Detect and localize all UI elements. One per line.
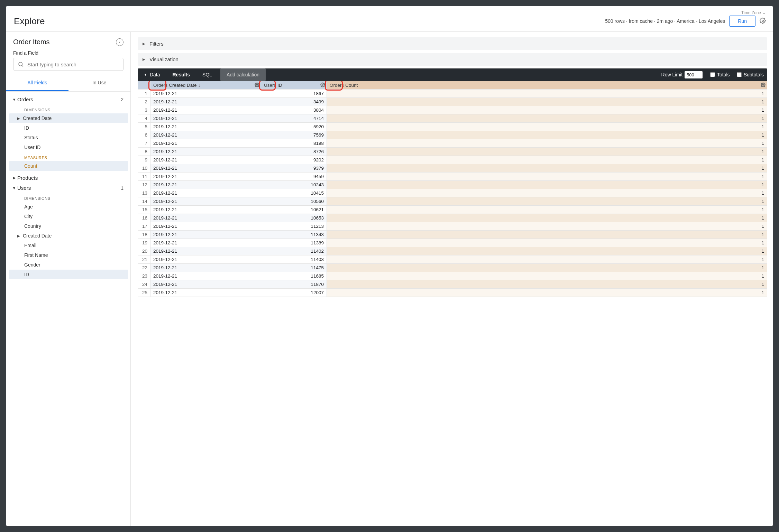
cell[interactable]: 11343 [261, 231, 327, 239]
cell[interactable]: 1 [327, 231, 767, 239]
cell[interactable]: 10560 [261, 197, 327, 206]
field-item[interactable]: Status [9, 133, 128, 142]
cell[interactable]: 1 [327, 272, 767, 280]
cell[interactable]: 7569 [261, 131, 327, 139]
field-item[interactable]: Email [9, 241, 128, 250]
row-limit-input[interactable] [685, 71, 703, 78]
filters-panel[interactable]: ▶ Filters [138, 37, 767, 50]
cell[interactable]: 2019-12-21 [150, 222, 261, 231]
cell[interactable]: 1 [327, 239, 767, 247]
cell[interactable]: 4714 [261, 114, 327, 123]
gear-icon[interactable] [255, 82, 259, 88]
cell[interactable]: 1 [327, 139, 767, 148]
field-item[interactable]: User ID [9, 142, 128, 152]
cell[interactable]: 1 [327, 206, 767, 214]
cell[interactable]: 2019-12-21 [150, 247, 261, 255]
visualization-panel[interactable]: ▶ Visualization [138, 53, 767, 66]
add-calculation-button[interactable]: Add calculation [220, 68, 266, 81]
cell[interactable]: 2019-12-21 [150, 255, 261, 264]
cell[interactable]: 1 [327, 247, 767, 255]
cell[interactable]: 8198 [261, 139, 327, 148]
cell[interactable]: 2019-12-21 [150, 289, 261, 297]
view-orders[interactable]: ▼Orders2 [9, 94, 128, 104]
collapse-sidebar-icon[interactable]: ‹ [116, 38, 123, 46]
cell[interactable]: 1 [327, 172, 767, 181]
cell[interactable]: 11685 [261, 272, 327, 280]
cell[interactable]: 2019-12-21 [150, 239, 261, 247]
cell[interactable]: 2019-12-21 [150, 98, 261, 106]
cell[interactable]: 2019-12-21 [150, 280, 261, 289]
field-item[interactable]: First Name [9, 250, 128, 260]
cell[interactable]: 1 [327, 123, 767, 131]
field-search[interactable] [13, 58, 123, 71]
cell[interactable]: 1 [327, 106, 767, 114]
column-header[interactable]: OrdersCount [327, 81, 767, 90]
gear-icon[interactable] [761, 82, 766, 88]
cell[interactable]: 2019-12-21 [150, 90, 261, 98]
cell[interactable]: 1 [327, 280, 767, 289]
cell[interactable]: 11389 [261, 239, 327, 247]
cell[interactable]: 3804 [261, 106, 327, 114]
cell[interactable]: 2019-12-21 [150, 139, 261, 148]
cell[interactable]: 2019-12-21 [150, 172, 261, 181]
cell[interactable]: 11402 [261, 247, 327, 255]
cell[interactable]: 11213 [261, 222, 327, 231]
cell[interactable]: 2019-12-21 [150, 189, 261, 197]
cell[interactable]: 2019-12-21 [150, 164, 261, 172]
tab-in-use[interactable]: In Use [68, 76, 131, 91]
cell[interactable]: 1 [327, 264, 767, 272]
tab-sql[interactable]: SQL [196, 68, 218, 81]
cell[interactable]: 2019-12-21 [150, 206, 261, 214]
cell[interactable]: 2019-12-21 [150, 197, 261, 206]
field-item[interactable]: ▶Created Date [9, 231, 128, 241]
cell[interactable]: 2019-12-21 [150, 272, 261, 280]
timezone-selector[interactable]: Time Zone ⌄ [741, 10, 766, 15]
cell[interactable]: 5920 [261, 123, 327, 131]
run-button[interactable]: Run [729, 16, 755, 27]
field-item[interactable]: Country [9, 221, 128, 231]
tab-all-fields[interactable]: All Fields [6, 76, 68, 91]
cell[interactable]: 1 [327, 148, 767, 156]
cell[interactable]: 2019-12-21 [150, 148, 261, 156]
field-item[interactable]: City [9, 212, 128, 221]
cell[interactable]: 9379 [261, 164, 327, 172]
field-item[interactable]: ID [9, 270, 128, 279]
cell[interactable]: 2019-12-21 [150, 123, 261, 131]
cell[interactable]: 2019-12-21 [150, 131, 261, 139]
cell[interactable]: 2019-12-21 [150, 214, 261, 222]
cell[interactable]: 1 [327, 289, 767, 297]
cell[interactable]: 9459 [261, 172, 327, 181]
cell[interactable]: 12007 [261, 289, 327, 297]
search-input[interactable] [27, 62, 119, 67]
totals-checkbox[interactable]: Totals [707, 72, 733, 77]
field-item[interactable]: ID [9, 123, 128, 133]
cell[interactable]: 11403 [261, 255, 327, 264]
cell[interactable]: 11475 [261, 264, 327, 272]
field-item[interactable]: Count [9, 161, 128, 171]
cell[interactable]: 2019-12-21 [150, 181, 261, 189]
cell[interactable]: 3499 [261, 98, 327, 106]
data-section-toggle[interactable]: ▼ Data [138, 68, 166, 81]
gear-icon[interactable] [320, 82, 325, 88]
cell[interactable]: 2019-12-21 [150, 231, 261, 239]
cell[interactable]: 1 [327, 197, 767, 206]
cell[interactable]: 1 [327, 131, 767, 139]
cell[interactable]: 9202 [261, 156, 327, 164]
cell[interactable]: 1 [327, 90, 767, 98]
cell[interactable]: 2019-12-21 [150, 114, 261, 123]
cell[interactable]: 10621 [261, 206, 327, 214]
view-users[interactable]: ▼Users1 [9, 183, 128, 193]
gear-icon[interactable] [760, 18, 766, 25]
view-products[interactable]: ▶Products [9, 173, 128, 183]
field-item[interactable]: Age [9, 202, 128, 212]
cell[interactable]: 10415 [261, 189, 327, 197]
cell[interactable]: 1 [327, 181, 767, 189]
cell[interactable]: 10653 [261, 214, 327, 222]
cell[interactable]: 1 [327, 255, 767, 264]
field-item[interactable]: Gender [9, 260, 128, 270]
cell[interactable]: 11870 [261, 280, 327, 289]
cell[interactable]: 8726 [261, 148, 327, 156]
cell[interactable]: 2019-12-21 [150, 156, 261, 164]
cell[interactable]: 1 [327, 156, 767, 164]
cell[interactable]: 1 [327, 222, 767, 231]
